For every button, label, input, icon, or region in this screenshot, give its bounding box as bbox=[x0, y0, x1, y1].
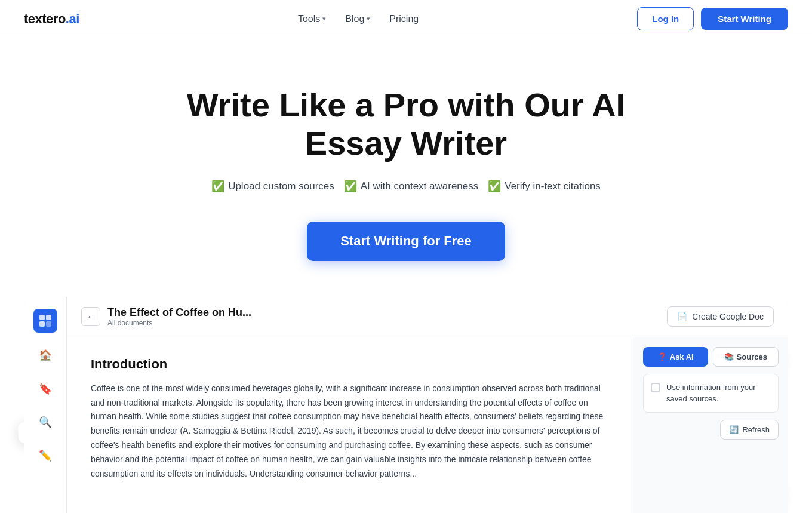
logo-text: textero bbox=[24, 11, 66, 27]
hero-title: Write Like a Pro with Our AI Essay Write… bbox=[137, 86, 675, 163]
refresh-icon: 🔄 bbox=[729, 425, 739, 434]
nav-center: Tools ▾ Blog ▾ Pricing bbox=[298, 14, 419, 24]
sidebar-bookmark-icon[interactable]: 🔖 bbox=[35, 378, 56, 400]
essay-heading: Introduction bbox=[91, 357, 609, 372]
nav-pricing[interactable]: Pricing bbox=[389, 14, 419, 24]
nav-blog[interactable]: Blog ▾ bbox=[345, 14, 370, 24]
right-panel: ❓ Ask AI 📚 Sources Use information from … bbox=[633, 337, 788, 513]
sidebar-search-icon[interactable]: 🔍 bbox=[35, 411, 56, 433]
doc-header: ← The Effect of Coffee on Hu... All docu… bbox=[67, 297, 788, 337]
start-writing-button[interactable]: Start Writing bbox=[701, 8, 788, 30]
chevron-down-icon: ▾ bbox=[367, 15, 370, 23]
essay-area: Introduction Coffee is one of the most w… bbox=[67, 337, 633, 513]
create-gdoc-label: Create Google Doc bbox=[692, 312, 764, 321]
refresh-button[interactable]: 🔄 Refresh bbox=[720, 420, 779, 440]
sidebar-logo bbox=[33, 309, 57, 333]
navbar: textero.ai Tools ▾ Blog ▾ Pricing Log In… bbox=[0, 0, 812, 38]
sidebar-home-icon[interactable]: 🏠 bbox=[35, 345, 56, 366]
hero-section: Write Like a Pro with Our AI Essay Write… bbox=[0, 38, 812, 297]
doc-info: The Effect of Coffee on Hu... All docume… bbox=[107, 306, 251, 327]
navbar-actions: Log In Start Writing bbox=[637, 7, 788, 30]
doc-title-area: ← The Effect of Coffee on Hu... All docu… bbox=[81, 306, 251, 327]
svg-rect-3 bbox=[46, 321, 51, 327]
sidebar-edit-icon[interactable]: ✏️ bbox=[35, 445, 56, 466]
create-gdoc-button[interactable]: 📄 Create Google Doc bbox=[667, 306, 774, 327]
preview-wrapper: Built-in AI detector Safe for academic s… bbox=[24, 297, 788, 513]
feature-citations: ✅ Verify in-text citations bbox=[488, 180, 601, 193]
back-icon: ← bbox=[87, 312, 95, 321]
app-preview: 🏠 🔖 🔍 ✏️ ← The Effect of Coffee on Hu...… bbox=[24, 297, 788, 513]
feature-context: ✅ AI with context awareness bbox=[344, 180, 478, 193]
tab-sources-label: Sources bbox=[737, 352, 767, 361]
checkmark-icon: ✅ bbox=[488, 180, 501, 193]
feature-citations-label: Verify in-text citations bbox=[505, 180, 601, 192]
logo-blue: .ai bbox=[66, 11, 79, 27]
app-main: ← The Effect of Coffee on Hu... All docu… bbox=[67, 297, 788, 513]
refresh-label: Refresh bbox=[742, 425, 770, 434]
nav-tools[interactable]: Tools ▾ bbox=[298, 14, 326, 24]
content-area: Introduction Coffee is one of the most w… bbox=[67, 337, 788, 513]
tab-ask-ai-label: Ask AI bbox=[670, 352, 694, 361]
sources-icon: 📚 bbox=[724, 352, 734, 361]
source-option: Use information from your saved sources. bbox=[643, 374, 779, 413]
tab-ask-ai[interactable]: ❓ Ask AI bbox=[643, 347, 708, 367]
feature-upload: ✅ Upload custom sources bbox=[211, 180, 334, 193]
checkmark-icon: ✅ bbox=[211, 180, 224, 193]
chevron-down-icon: ▾ bbox=[322, 15, 326, 23]
gdoc-icon: 📄 bbox=[677, 312, 687, 321]
cta-button[interactable]: Start Writing for Free bbox=[307, 222, 505, 261]
back-button[interactable]: ← bbox=[81, 307, 100, 326]
panel-tabs: ❓ Ask AI 📚 Sources bbox=[643, 347, 779, 367]
svg-rect-2 bbox=[39, 321, 45, 327]
doc-title: The Effect of Coffee on Hu... bbox=[107, 306, 251, 319]
doc-subtitle: All documents bbox=[107, 319, 251, 327]
logo[interactable]: textero.ai bbox=[24, 11, 79, 27]
app-sidebar: 🏠 🔖 🔍 ✏️ bbox=[24, 297, 67, 513]
essay-text: Coffee is one of the most widely consume… bbox=[91, 382, 609, 481]
svg-rect-0 bbox=[39, 315, 45, 320]
checkmark-icon: ✅ bbox=[344, 180, 357, 193]
hero-features: ✅ Upload custom sources ✅ AI with contex… bbox=[24, 180, 788, 193]
tab-sources[interactable]: 📚 Sources bbox=[713, 347, 779, 367]
feature-upload-label: Upload custom sources bbox=[228, 180, 334, 192]
login-button[interactable]: Log In bbox=[637, 7, 694, 30]
svg-rect-1 bbox=[46, 315, 51, 320]
feature-context-label: AI with context awareness bbox=[361, 180, 478, 192]
ask-ai-icon: ❓ bbox=[657, 352, 667, 361]
source-checkbox[interactable] bbox=[651, 383, 660, 392]
source-option-text: Use information from your saved sources. bbox=[666, 382, 771, 405]
